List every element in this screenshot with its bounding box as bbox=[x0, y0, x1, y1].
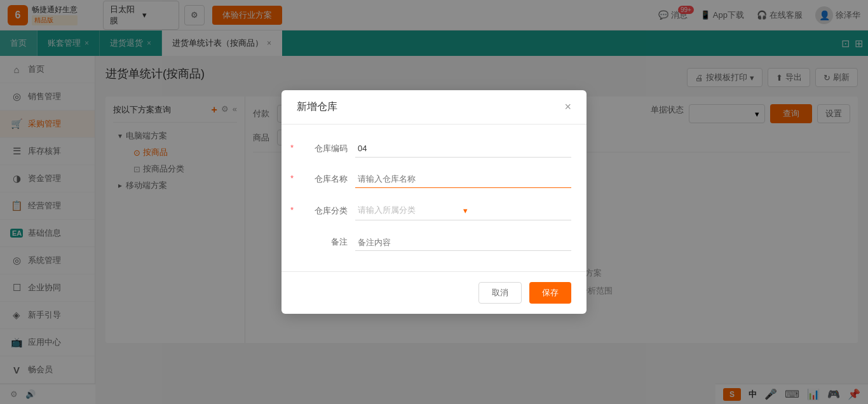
warehouse-remark-input[interactable] bbox=[355, 233, 571, 251]
warehouse-category-select[interactable]: 请输入所属分类 ▾ bbox=[355, 201, 571, 220]
save-button[interactable]: 保存 bbox=[529, 282, 571, 304]
warehouse-name-input[interactable] bbox=[355, 170, 571, 188]
modal-header: 新增仓库 × bbox=[281, 90, 587, 125]
modal-overlay: 新增仓库 × 仓库编码 仓库名称 仓库分类 请输入所属分类 ▾ bbox=[0, 0, 868, 404]
warehouse-name-label: 仓库名称 bbox=[297, 173, 348, 185]
warehouse-code-field: 仓库编码 bbox=[297, 140, 571, 158]
modal-title: 新增仓库 bbox=[297, 100, 337, 114]
warehouse-category-label: 仓库分类 bbox=[297, 205, 348, 217]
cancel-button[interactable]: 取消 bbox=[478, 282, 522, 304]
modal-body: 仓库编码 仓库名称 仓库分类 请输入所属分类 ▾ 备注 bbox=[281, 125, 587, 271]
warehouse-name-field: 仓库名称 bbox=[297, 170, 571, 188]
modal-footer: 取消 保存 bbox=[281, 271, 587, 314]
category-chevron-icon: ▾ bbox=[463, 206, 569, 215]
add-warehouse-modal: 新增仓库 × 仓库编码 仓库名称 仓库分类 请输入所属分类 ▾ bbox=[281, 90, 587, 314]
warehouse-code-input[interactable] bbox=[355, 140, 571, 158]
warehouse-category-field: 仓库分类 请输入所属分类 ▾ bbox=[297, 201, 571, 220]
warehouse-code-label: 仓库编码 bbox=[297, 143, 348, 154]
warehouse-remark-label: 备注 bbox=[297, 236, 348, 248]
modal-close-button[interactable]: × bbox=[564, 100, 571, 114]
warehouse-remark-field: 备注 bbox=[297, 233, 571, 251]
category-placeholder: 请输入所属分类 bbox=[358, 205, 463, 216]
